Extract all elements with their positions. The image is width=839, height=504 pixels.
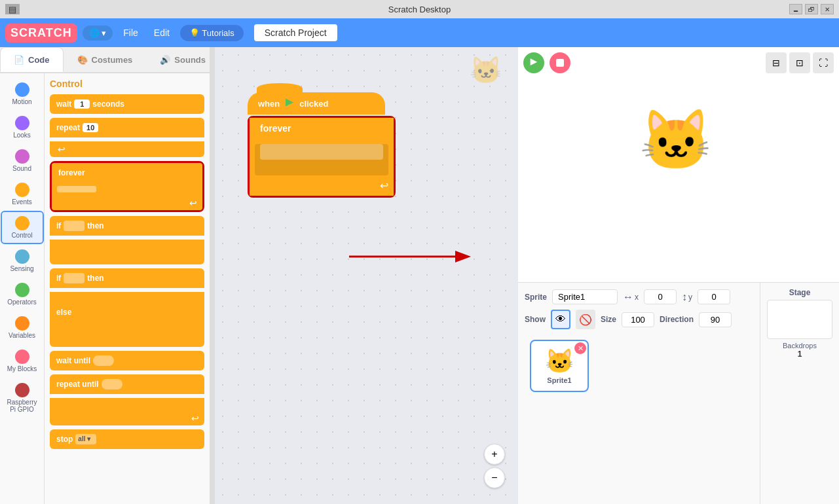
repeat-input[interactable]: 10: [83, 123, 98, 132]
category-operators[interactable]: Operators: [2, 279, 43, 310]
file-menu[interactable]: File: [118, 25, 143, 41]
forever-canvas-inner: [255, 144, 388, 175]
fullscreen-btn[interactable]: ⛶: [813, 52, 834, 73]
if-label: if: [56, 221, 61, 230]
panel-divider: [210, 47, 215, 504]
globe-button[interactable]: 🌐 ▾: [83, 26, 113, 41]
repeat-arrow: ↩: [58, 144, 65, 154]
close-btn[interactable]: ✕: [821, 4, 834, 14]
forever-canvas-block[interactable]: forever ↩: [250, 118, 394, 196]
sounds-tab-icon: 🔊: [160, 55, 170, 65]
block-forever[interactable]: forever: [52, 163, 202, 183]
forever-notch: [57, 186, 96, 192]
stop-dropdown[interactable]: all ▾: [75, 434, 96, 444]
category-control[interactable]: Control: [2, 212, 43, 243]
red-arrow: [215, 237, 496, 289]
wait-input[interactable]: 1: [74, 99, 90, 109]
category-sound[interactable]: Sound: [2, 145, 43, 176]
forever-canvas-highlight: forever ↩: [248, 116, 396, 198]
flag-icon: [284, 98, 295, 109]
operators-dot: [15, 283, 29, 297]
block-wait[interactable]: wait 1 seconds: [50, 94, 204, 114]
block-if-else[interactable]: if then: [50, 268, 204, 288]
stage-mini-panel: Stage Backdrops 1: [760, 283, 839, 504]
sprite-panel: Sprite ↔ x ↕ y Show: [518, 283, 839, 504]
control-dot: [15, 216, 29, 230]
tab-sounds[interactable]: 🔊 Sounds: [146, 47, 219, 72]
stop-btn[interactable]: [550, 52, 570, 73]
repeat-body: ↩: [50, 141, 204, 157]
repeat-until-icon: ↩: [191, 413, 199, 423]
size-input[interactable]: [622, 312, 654, 327]
right-panel: ⊟ ⊡ ⛶ 🐱 Sprite ↔ x: [518, 47, 839, 504]
y-coord-row: ↕ y: [682, 291, 692, 303]
zoom-in-btn[interactable]: +: [484, 444, 505, 465]
sprite-list: ✕ 🐱 Sprite1: [525, 334, 753, 397]
sprite-name-input[interactable]: [552, 289, 618, 304]
category-raspberry[interactable]: Raspberry Pi GPIO: [2, 379, 43, 417]
code-area[interactable]: 🐱 when clicked forever: [215, 47, 518, 504]
zoom-out-btn[interactable]: −: [484, 467, 505, 488]
category-sensing[interactable]: Sensing: [2, 245, 43, 276]
tab-code[interactable]: 📄 Code: [0, 47, 64, 72]
category-sidebar: Motion Looks Sound Events Control: [0, 73, 45, 504]
block-repeat-until[interactable]: repeat until: [50, 374, 204, 394]
project-name[interactable]: Scratch Project: [254, 24, 337, 41]
category-variables[interactable]: Variables: [2, 312, 43, 343]
code-tab-icon: 📄: [14, 55, 24, 65]
category-motion-label: Motion: [12, 98, 31, 105]
seconds-label: seconds: [92, 99, 124, 109]
block-repeat[interactable]: repeat 10: [50, 118, 204, 137]
sound-dot: [15, 149, 29, 164]
motion-dot: [15, 82, 29, 97]
sprite-item-sprite1[interactable]: ✕ 🐱 Sprite1: [530, 340, 589, 392]
category-my-blocks[interactable]: My Blocks: [2, 346, 43, 376]
if2-condition: [64, 273, 84, 283]
x-arrows-icon: ↔: [623, 291, 633, 303]
forever-canvas-header: forever: [250, 118, 394, 139]
small-stage-btn[interactable]: ⊟: [766, 52, 787, 73]
show-hidden-btn[interactable]: 🚫: [576, 310, 595, 329]
block-wait-until[interactable]: wait until: [50, 351, 204, 370]
x-coord-row: ↔ x: [623, 291, 639, 303]
green-flag-icon: [529, 58, 539, 68]
stage-mini-thumb[interactable]: [767, 300, 832, 339]
large-stage-btn[interactable]: ⊡: [789, 52, 810, 73]
block-if-then[interactable]: if then: [50, 216, 204, 236]
else-label: else: [56, 308, 71, 317]
code-tab-label: Code: [28, 55, 50, 65]
category-sensing-label: Sensing: [10, 265, 33, 272]
tutorials-button[interactable]: 💡 Tutorials: [180, 25, 244, 41]
titlebar: ▤ Scratch Desktop 🗕 🗗 ✕: [0, 0, 839, 18]
if2-label: if: [56, 274, 61, 283]
repeat-until-label: repeat until: [56, 380, 99, 389]
edit-menu[interactable]: Edit: [149, 25, 175, 41]
then2-label: then: [87, 274, 103, 283]
sprite-delete-btn[interactable]: ✕: [574, 342, 586, 354]
left-panel: 📄 Code 🎨 Costumes 🔊 Sounds Motion: [0, 47, 210, 504]
then-label: then: [87, 221, 103, 230]
wait-label: wait: [56, 99, 71, 109]
category-looks[interactable]: Looks: [2, 112, 43, 143]
green-flag-btn[interactable]: [523, 52, 544, 73]
repeat-until-body: [50, 398, 204, 411]
maximize-btn[interactable]: 🗗: [805, 4, 818, 14]
forever-palette-highlight: forever ↩: [50, 161, 204, 212]
when-clicked-block[interactable]: when clicked: [248, 92, 385, 115]
code-stack: when clicked forever ↩: [248, 83, 396, 198]
y-label: y: [688, 293, 692, 302]
tab-costumes[interactable]: 🎨 Costumes: [64, 47, 147, 72]
y-arrows-icon: ↕: [682, 291, 687, 303]
direction-input[interactable]: [699, 312, 732, 327]
category-events[interactable]: Events: [2, 179, 43, 209]
titlebar-left: ▤: [5, 4, 20, 14]
show-label: Show: [525, 315, 546, 324]
show-visible-btn[interactable]: 👁: [551, 310, 570, 329]
x-input[interactable]: [644, 289, 677, 304]
y-input[interactable]: [698, 289, 730, 304]
minimize-btn[interactable]: 🗕: [789, 4, 802, 14]
backdrops-count: 1: [798, 350, 802, 359]
repeat-label: repeat: [56, 123, 80, 132]
category-motion[interactable]: Motion: [2, 79, 43, 109]
block-stop[interactable]: stop all ▾: [50, 429, 204, 449]
